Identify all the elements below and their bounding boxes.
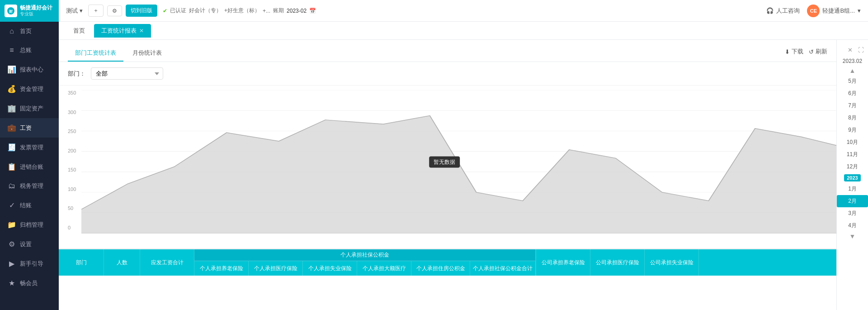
accounting-type: 好会计（专）: [189, 7, 222, 14]
sidebar-item-checkout[interactable]: ✓ 结账: [0, 196, 59, 215]
sidebar-label-sales: 进销台账: [20, 163, 43, 171]
sidebar-label-guide: 新手引导: [20, 260, 43, 268]
user-profile[interactable]: CE 轻捷通B组... ▾: [807, 5, 861, 17]
refresh-action[interactable]: ↺ 刷新: [809, 48, 827, 56]
tab-home[interactable]: 首页: [66, 24, 92, 38]
download-icon: ⬇: [785, 48, 790, 55]
tabs-bar: 首页 工资统计报表 ✕: [59, 22, 868, 40]
header-status: ✔ 已认证 好会计（专） +好生意（标） +... 账期 2023-02 📅: [163, 7, 316, 14]
sidebar-item-ledger[interactable]: ≡ 总账: [0, 41, 59, 60]
date-month-may[interactable]: 5月: [837, 75, 868, 87]
chart-area: 350 300 250 200 150 100 50 0: [59, 86, 836, 248]
th-total-social: 个人承担社保公积金合计: [470, 261, 536, 276]
sidebar-item-archive[interactable]: 📁 归档管理: [0, 215, 59, 234]
salary-chart: [81, 90, 836, 235]
date-prev-button[interactable]: ▲: [848, 66, 857, 75]
checkout-icon: ✓: [7, 201, 16, 210]
logo-text: 畅捷通好会计 专业版: [20, 5, 52, 17]
table-footer: 部门 人数 应发工资合计 个人承担社保公积金 个人承担养老保险 个人承担医疗保险…: [59, 248, 836, 276]
business-type: +好生意（标）: [224, 7, 260, 14]
chart-y-labels: 350 300 250 200 150 100 50 0: [68, 90, 76, 230]
ai-consultant-label: 人工咨询: [776, 7, 800, 15]
main-panel: 部门工资统计表 月份统计表 ⬇ 下载 ↺ 刷新: [59, 40, 836, 310]
company-name: 测试: [66, 7, 78, 15]
sub-tab-dept[interactable]: 部门工资统计表: [68, 45, 123, 62]
dropdown-arrow-icon: ▾: [80, 7, 83, 14]
calendar-icon[interactable]: 📅: [309, 8, 316, 14]
more-label: +...: [263, 8, 270, 14]
dept-filter-select[interactable]: 全部 销售部 财务部 技术部 行政部: [91, 67, 163, 80]
tab-salary-report[interactable]: 工资统计报表 ✕: [94, 24, 151, 38]
sub-tab-monthly[interactable]: 月份统计表: [125, 45, 169, 62]
date-month-nov[interactable]: 11月: [837, 148, 868, 161]
date-month-aug[interactable]: 8月: [837, 112, 868, 124]
table-header-row: 部门 人数 应发工资合计 个人承担社保公积金 个人承担养老保险 个人承担医疗保险…: [59, 249, 836, 276]
sidebar-label-reports: 报表中心: [20, 66, 43, 74]
date-month-jun[interactable]: 6月: [837, 87, 868, 100]
date-month-sep[interactable]: 9月: [837, 124, 868, 136]
sidebar-item-assets[interactable]: 🏢 固定资产: [0, 99, 59, 118]
sidebar-item-home[interactable]: ⌂ 首页: [0, 22, 59, 41]
assets-icon: 🏢: [7, 104, 16, 113]
date-month-feb[interactable]: 2月: [837, 195, 868, 207]
date-month-dec[interactable]: 12月: [837, 161, 868, 173]
th-dept: 部门: [59, 249, 104, 276]
sub-tabs: 部门工资统计表 月份统计表 ⬇ 下载 ↺ 刷新: [59, 40, 836, 62]
date-month-oct[interactable]: 10月: [837, 136, 868, 148]
y-label-100: 100: [68, 186, 76, 192]
sidebar-item-funds[interactable]: 💰 资金管理: [0, 79, 59, 99]
header-right: 🎧 人工咨询 CE 轻捷通B组... ▾: [766, 5, 861, 17]
archive-icon: 📁: [7, 220, 16, 229]
sidebar-item-reports[interactable]: 📊 报表中心: [0, 60, 59, 79]
sidebar-item-salary[interactable]: 💼 工资: [0, 118, 59, 138]
sidebar-item-settings[interactable]: ⚙ 设置: [0, 234, 59, 254]
top-header: 测试 ▾ ＋ ⚙ 切到旧版 ✔ 已认证 好会计（专） +好生意（标） +... …: [59, 0, 868, 22]
sidebar-item-sales[interactable]: 📋 进销台账: [0, 157, 59, 176]
expand-panel-button[interactable]: ⛶: [855, 44, 866, 55]
settings-icon: ⚙: [7, 240, 16, 248]
sidebar-navigation: ⌂ 首页 ≡ 总账 📊 报表中心 💰 资金管理 🏢 固定资产 💼 工资 🧾 发票…: [0, 22, 59, 310]
th-major-medical: 个人承担大额医疗: [357, 261, 411, 276]
tab-salary-label: 工资统计报表: [101, 27, 137, 35]
sidebar-item-member[interactable]: ★ 畅会员: [0, 273, 59, 293]
user-avatar: CE: [807, 5, 820, 17]
th-gross: 应发工资合计: [140, 249, 194, 276]
panel-controls: ✕ ⛶: [837, 43, 868, 56]
sidebar: 财 畅捷通好会计 专业版 ⌂ 首页 ≡ 总账 📊 报表中心 💰 资金管理 🏢 固…: [0, 0, 59, 310]
sidebar-label-tax: 税务管理: [20, 182, 43, 190]
company-selector[interactable]: 测试 ▾: [66, 7, 83, 15]
date-month-apr[interactable]: 4月: [837, 219, 868, 232]
year-badge: 2023: [844, 174, 860, 181]
switch-old-button[interactable]: 切到旧版: [126, 5, 157, 17]
date-month-mar[interactable]: 3月: [837, 207, 868, 219]
ledger-icon: ≡: [7, 46, 16, 54]
add-button[interactable]: ＋: [88, 5, 104, 17]
date-next-button[interactable]: ▼: [848, 232, 857, 241]
sub-tab-monthly-label: 月份统计表: [132, 49, 162, 56]
sidebar-item-guide[interactable]: ▶ 新手引导: [0, 254, 59, 273]
sidebar-item-tax[interactable]: 🗂 税务管理: [0, 176, 59, 196]
sidebar-logo[interactable]: 财 畅捷通好会计 专业版: [0, 0, 59, 22]
sidebar-item-invoice[interactable]: 🧾 发票管理: [0, 138, 59, 157]
y-label-300: 300: [68, 110, 76, 115]
user-dropdown-icon: ▾: [858, 7, 861, 14]
svg-text:财: 财: [9, 10, 13, 14]
y-label-150: 150: [68, 167, 76, 172]
reports-icon: 📊: [7, 65, 16, 74]
period-value: 2023-02: [287, 8, 307, 14]
filter-bar: 部门： 全部 销售部 财务部 技术部 行政部: [59, 62, 836, 86]
y-label-350: 350: [68, 90, 76, 95]
certified-icon: ✔: [163, 8, 167, 14]
download-action[interactable]: ⬇ 下载: [785, 48, 803, 56]
sidebar-label-assets: 固定资产: [20, 105, 43, 113]
ai-consultant[interactable]: 🎧 人工咨询: [766, 7, 800, 15]
th-company-medical: 公司承担医疗保险: [590, 249, 645, 276]
date-month-jan[interactable]: 1月: [837, 183, 868, 195]
refresh-label: 刷新: [816, 48, 827, 56]
th-group-social-label: 个人承担社保公积金: [194, 249, 536, 261]
settings-button[interactable]: ⚙: [107, 5, 122, 16]
close-panel-button[interactable]: ✕: [844, 44, 855, 55]
date-month-jul[interactable]: 7月: [837, 100, 868, 112]
th-headcount: 人数: [104, 249, 140, 276]
tab-close-icon[interactable]: ✕: [139, 28, 144, 34]
